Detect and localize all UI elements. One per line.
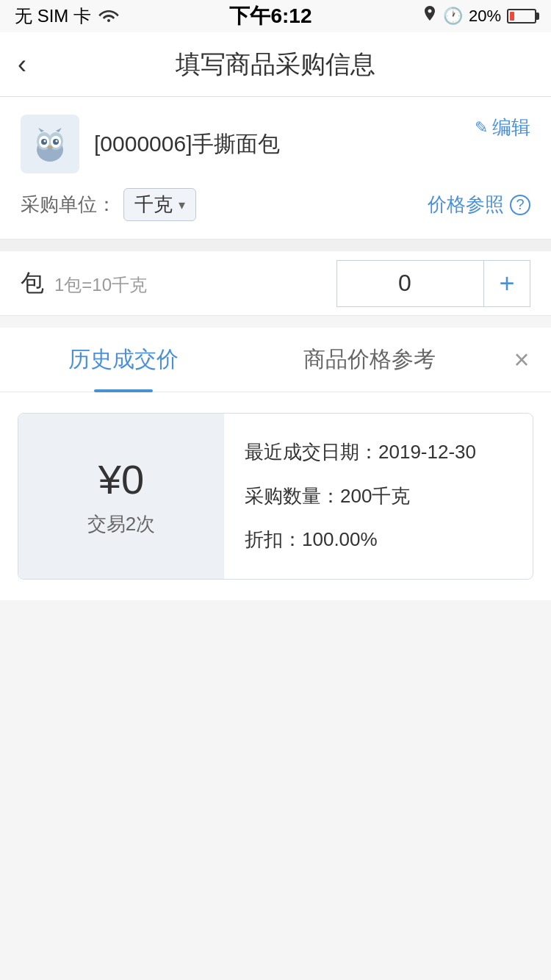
currency-symbol: ¥ [98, 456, 121, 502]
svg-point-8 [56, 140, 58, 143]
price-ref-label: 价格参照 [428, 192, 504, 217]
help-icon: ? [510, 195, 530, 215]
status-left: 无 SIM 卡 [15, 4, 119, 28]
edit-icon: ✎ [475, 118, 488, 137]
nav-bar: ‹ 填写商品采购信息 [0, 32, 551, 97]
main-content: [0000006]手撕面包 ✎ 编辑 采购单位： 千克 ▾ 价格参照 ? [0, 97, 551, 980]
page-title: 填写商品采购信息 [176, 48, 375, 82]
tabs-section: 历史成交价 商品价格参考 × ¥0 交易2次 最近成交日期：20 [0, 328, 551, 600]
last-date-label: 最近成交日期： [245, 441, 378, 463]
back-button[interactable]: ‹ [18, 49, 26, 80]
price-left-panel: ¥0 交易2次 [18, 414, 224, 579]
battery-icon [507, 9, 536, 24]
product-header: [0000006]手撕面包 ✎ 编辑 [21, 115, 530, 173]
tab-product-price[interactable]: 商品价格参考 [246, 328, 492, 392]
last-date-row: 最近成交日期：2019-12-30 [245, 437, 512, 468]
battery-percent: 20% [469, 7, 501, 26]
location-icon [422, 6, 437, 26]
quantity-value: 200千克 [340, 485, 410, 507]
discount-value: 100.00% [302, 528, 378, 550]
tab-product-label: 商品价格参考 [303, 345, 436, 375]
quantity-label-group: 包 1包=10千克 [21, 267, 147, 300]
status-time: 下午6:12 [229, 2, 311, 30]
price-right-panel: 最近成交日期：2019-12-30 采购数量：200千克 折扣：100.00% [224, 414, 533, 579]
price-value: 0 [121, 456, 144, 502]
product-info-row: 采购单位： 千克 ▾ 价格参照 ? [21, 188, 530, 221]
trade-count: 交易2次 [87, 511, 155, 537]
quantity-section: 包 1包=10千克 + [0, 251, 551, 316]
product-icon [21, 115, 79, 173]
discount-label: 折扣： [245, 528, 302, 550]
carrier-label: 无 SIM 卡 [15, 4, 91, 28]
close-icon: × [514, 345, 529, 375]
tab-close-button[interactable]: × [492, 328, 551, 392]
section-divider [0, 239, 551, 251]
quantity-input-group: + [336, 260, 530, 307]
price-ref-button[interactable]: 价格参照 ? [428, 192, 530, 217]
tab-history-label: 历史成交价 [68, 345, 179, 375]
product-section: [0000006]手撕面包 ✎ 编辑 采购单位： 千克 ▾ 价格参照 ? [0, 97, 551, 239]
svg-point-7 [44, 140, 46, 143]
svg-point-9 [48, 145, 52, 148]
last-date-value: 2019-12-30 [378, 441, 476, 463]
tabs-header: 历史成交价 商品价格参考 × [0, 328, 551, 392]
price-amount: ¥0 [98, 455, 144, 504]
tab-history-price[interactable]: 历史成交价 [0, 328, 246, 392]
unit-value: 千克 [134, 192, 173, 217]
unit-selector[interactable]: 千克 ▾ [123, 188, 196, 221]
quantity-convert: 1包=10千克 [54, 273, 147, 297]
quantity-label: 采购数量： [245, 485, 340, 507]
product-name: [0000006]手撕面包 [94, 129, 280, 159]
status-right: 🕐 20% [422, 6, 536, 26]
alarm-icon: 🕐 [443, 7, 463, 26]
product-left: [0000006]手撕面包 [21, 115, 280, 173]
wifi-icon [98, 6, 119, 26]
price-card: ¥0 交易2次 最近成交日期：2019-12-30 采购数量：200千克 折扣：… [18, 413, 533, 580]
price-card-container: ¥0 交易2次 最近成交日期：2019-12-30 采购数量：200千克 折扣：… [0, 392, 551, 600]
edit-button[interactable]: ✎ 编辑 [475, 115, 530, 140]
status-bar: 无 SIM 卡 下午6:12 🕐 20% [0, 0, 551, 32]
quantity-unit: 包 [21, 267, 44, 300]
quantity-plus-button[interactable]: + [483, 260, 530, 307]
quantity-input[interactable] [336, 260, 483, 307]
unit-label: 采购单位： [21, 192, 116, 217]
quantity-row: 采购数量：200千克 [245, 481, 512, 512]
dropdown-icon: ▾ [179, 197, 185, 213]
unit-row: 采购单位： 千克 ▾ [21, 188, 196, 221]
discount-row: 折扣：100.00% [245, 525, 512, 555]
